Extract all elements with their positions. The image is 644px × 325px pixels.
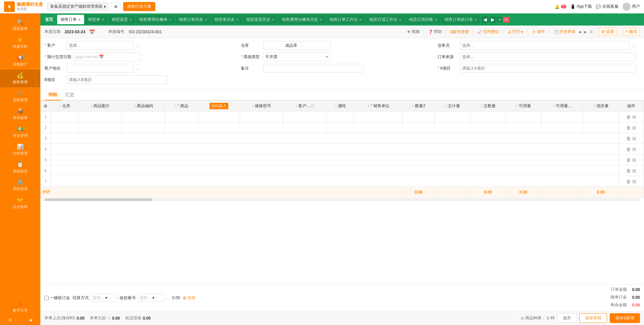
scrollbar-track[interactable] <box>44 198 640 201</box>
th-gear[interactable]: ⚙ <box>41 101 51 112</box>
view-action[interactable]: 👁 视频 <box>407 29 420 35</box>
row-1-product[interactable] <box>165 112 198 122</box>
row-1-image[interactable] <box>78 112 122 122</box>
close-sales-return-history-icon[interactable]: ✕ <box>272 18 274 22</box>
settings-icon[interactable]: ⚙ <box>111 2 120 11</box>
row-1-warehouse[interactable] <box>51 112 79 122</box>
row-2-main-unit[interactable] <box>434 122 470 133</box>
sidebar-item-system[interactable]: ⚙️ 系统管理 <box>0 176 40 194</box>
add-link[interactable]: ⊕ 添加 <box>183 295 195 301</box>
close-daily-reconcile-icon[interactable]: ✕ <box>434 18 437 22</box>
one-click-checkbox-input[interactable] <box>44 296 49 300</box>
row-1-main-unit[interactable] <box>434 112 470 122</box>
copy-icon[interactable]: ⊞ <box>632 125 636 130</box>
tab-sales-invoice-history[interactable]: 销货单历史 ✕ <box>211 15 242 24</box>
row-2-avail[interactable] <box>505 122 541 133</box>
tab-sales-stats[interactable]: 销售订单统计表 ✕ <box>441 15 480 24</box>
nav-left-icon[interactable]: ◀ <box>578 30 581 34</box>
row-2-customer-code[interactable] <box>283 122 327 133</box>
tab-sales-expense-history[interactable]: 销售费用分摊单历史 ✕ <box>278 15 326 24</box>
th-scan[interactable]: 扫码录入 <box>198 101 240 112</box>
close-sales-invoice-history-icon[interactable]: ✕ <box>236 18 239 22</box>
customer-address-input[interactable] <box>67 64 134 73</box>
warehouse-ellipsis[interactable]: … <box>299 43 303 48</box>
close-sales-expense-history-icon[interactable]: ✕ <box>319 18 322 22</box>
industry-btn[interactable]: 体验行业方案 <box>123 2 155 11</box>
settings-button[interactable]: ⚙ 设置 <box>598 28 617 36</box>
delete-icon[interactable]: 🗑 <box>626 136 631 141</box>
close-sales-expense-icon[interactable]: ✕ <box>169 18 172 22</box>
nav-right-icon[interactable]: ▶ <box>584 30 587 34</box>
scrollbar-thumb[interactable] <box>44 198 152 201</box>
tab-sales-return[interactable]: 销货退货 ✕ <box>108 15 135 24</box>
close-sales-stats-icon[interactable]: ✕ <box>474 18 477 22</box>
row-1-stock[interactable] <box>583 112 619 122</box>
row-2-image[interactable] <box>78 122 122 133</box>
tab-next-btn[interactable]: ▶ <box>489 16 496 23</box>
operation-action[interactable]: ⚡ 操作 <box>531 29 545 35</box>
th-main-unit[interactable]: ⇅主计量 <box>434 101 470 112</box>
salesperson-ellipsis[interactable]: … <box>632 43 636 48</box>
delete-icon[interactable]: 🗑 <box>626 114 631 120</box>
th-product-image[interactable]: ⇅商品图片 <box>78 101 122 112</box>
close-sales-return-icon[interactable]: ✕ <box>129 18 132 22</box>
sidebar-item-inventory[interactable]: 📦 库存核算 <box>0 105 40 123</box>
customer-input[interactable] <box>67 41 134 50</box>
row-1-unit[interactable] <box>354 112 403 122</box>
tab-sales-expense[interactable]: 销售费用分摊单 ✕ <box>136 15 175 24</box>
copy-icon[interactable]: ⊞ <box>632 168 636 173</box>
address-ellipsis[interactable]: … <box>136 66 140 71</box>
delivery-date-input[interactable]: yyyy-mm-dd 📅 <box>73 52 141 61</box>
copy-icon[interactable]: ⊞ <box>632 136 636 141</box>
profit-action[interactable]: 📈 毛利预估 <box>477 29 499 35</box>
delete-icon[interactable]: 🗑 <box>626 147 631 152</box>
invoice-type-select[interactable]: 不开票 ▾ <box>263 52 330 61</box>
tab-menu-btn[interactable]: ≡ <box>497 17 502 22</box>
online-support-btn[interactable]: 💬 在线客服 <box>596 4 618 9</box>
salesperson-input[interactable] <box>460 41 630 50</box>
notification-item[interactable]: 🔔 9 <box>555 4 566 9</box>
account-ellipsis[interactable]: … <box>165 295 169 300</box>
sidebar-item-finance[interactable]: 💵 资金管理 <box>0 123 40 141</box>
one-click-confirm-checkbox[interactable]: 一键收订金 <box>44 295 70 301</box>
row-2-avail2[interactable] <box>541 122 583 133</box>
calendar-icon[interactable]: 📅 <box>89 29 95 35</box>
row-2-unit[interactable] <box>354 122 403 133</box>
delete-icon[interactable]: 🗑 <box>626 125 631 130</box>
close-sales-order-history-icon[interactable]: ✕ <box>204 18 207 22</box>
th-product-code[interactable]: ⇅商品编码 <box>122 101 165 112</box>
help-action[interactable]: ❓ 帮助 <box>428 29 442 35</box>
scan-button[interactable]: 扫码录入 <box>210 103 228 109</box>
tab-sales-workbench[interactable]: 销售订单工作台 ✕ <box>326 15 365 24</box>
sidebar-item-management[interactable]: 📊 经营管理 <box>0 141 40 159</box>
collapse-icon[interactable]: ◀ <box>29 318 32 322</box>
history-action[interactable]: 🕐 历史单据 <box>554 29 575 35</box>
sidebar-item-purchase[interactable]: 🛒 采购管理 <box>0 87 40 105</box>
tab-detail[interactable]: 明细 <box>44 90 61 100</box>
th-spec[interactable]: ⇅规格型号 <box>240 101 283 112</box>
sidebar-item-marketing[interactable]: 📢 营销推广 <box>0 52 40 70</box>
save-new-button[interactable]: 保存&新增 <box>610 313 640 323</box>
th-attribute[interactable]: ⇅属性 <box>326 101 354 112</box>
row-1-avail[interactable] <box>505 112 541 122</box>
sidebar-item-guide[interactable]: ❓ 新手引导 <box>0 301 40 315</box>
th-main-qty[interactable]: ⇅主数量 <box>470 101 506 112</box>
sidebar-item-cooperation[interactable]: 🤝 企业协同 <box>0 194 40 212</box>
th-product[interactable]: ⇅商品 <box>165 101 198 112</box>
close-sales-order-icon[interactable]: ✕ <box>78 18 81 22</box>
delete-icon[interactable]: 🗑 <box>626 157 631 163</box>
delivery-calendar-icon[interactable]: 📅 <box>99 54 104 59</box>
delete-icon[interactable]: 🗑 <box>626 179 631 184</box>
account-select[interactable]: 选择... ▾ <box>137 294 164 302</box>
row-1-avail2[interactable] <box>541 112 583 122</box>
settings-bottom-icon[interactable]: ⚙ <box>8 318 12 322</box>
tab-sales-order-history[interactable]: 销售订单历史 ✕ <box>176 15 211 24</box>
tab-sales-return-history[interactable]: 销货退货历史 ✕ <box>243 15 278 24</box>
close-sales-invoice-icon[interactable]: ✕ <box>102 18 104 22</box>
row-2-stock[interactable] <box>583 122 619 133</box>
row-2-spec[interactable] <box>240 122 283 133</box>
discard-button[interactable]: 放弃 <box>557 313 577 323</box>
copy-icon[interactable]: ⊞ <box>632 147 636 152</box>
arrears-info-icon[interactable]: ⓘ <box>107 316 111 321</box>
row-2-code[interactable] <box>122 122 165 133</box>
